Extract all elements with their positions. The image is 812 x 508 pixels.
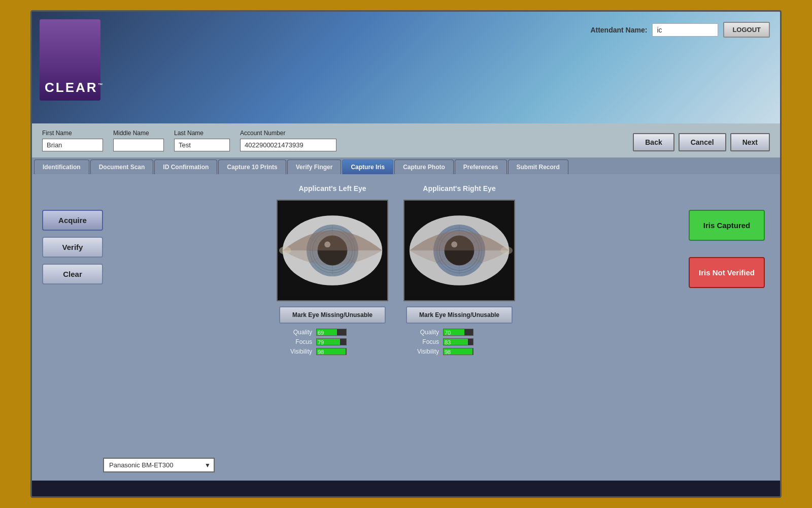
scanner-select[interactable]: Panasonic BM-ET300 LG IrisAccess 3000 Ir… (103, 458, 215, 472)
nav-buttons: Back Cancel Next (633, 133, 770, 151)
left-eye-title: Applicant's Left Eye (298, 184, 366, 193)
right-status-panel: Iris Captured Iris Not Verified (689, 184, 770, 443)
form-area: First Name Middle Name Last Name Account… (32, 123, 780, 157)
first-name-label: First Name (42, 130, 103, 137)
app-frame: CLEAR™ Attendant Name: LOGOUT First Name… (30, 10, 782, 498)
tab-capture-10-prints[interactable]: Capture 10 Prints (218, 160, 286, 174)
left-focus-row: Focus 79 (279, 338, 386, 345)
iris-not-verified-status: Iris Not Verified (689, 257, 765, 288)
left-visibility-bar: 98 (316, 348, 347, 355)
right-eye-panel: Applicant's Right Eye (403, 184, 515, 443)
account-number-group: Account Number (240, 130, 336, 151)
middle-name-label: Middle Name (113, 130, 164, 137)
logo-word: CLEAR (45, 80, 98, 95)
left-panel: Acquire Verify Clear (42, 184, 103, 443)
tab-identification[interactable]: Identification (34, 160, 89, 174)
right-eye-mark-button[interactable]: Mark Eye Missing/Unusable (406, 306, 513, 324)
right-eye-quality-section: Quality 70 Focus 83 Vi (406, 329, 513, 355)
right-visibility-label: Visibility (406, 348, 439, 355)
back-button[interactable]: Back (633, 133, 674, 151)
main-content: Acquire Verify Clear Applicant's Left Ey… (32, 174, 780, 454)
middle-name-input[interactable] (113, 139, 164, 151)
right-focus-row: Focus 83 (406, 338, 513, 345)
left-visibility-value: 98 (318, 348, 324, 356)
left-quality-bar: 69 (316, 329, 347, 336)
left-focus-value: 79 (318, 339, 324, 346)
iris-captured-status: Iris Captured (689, 210, 765, 241)
acquire-button[interactable]: Acquire (42, 210, 103, 231)
right-visibility-row: Visibility 98 (406, 348, 513, 355)
last-name-input[interactable] (174, 139, 230, 151)
logo-tm: ™ (98, 82, 105, 88)
right-quality-row: Quality 70 (406, 329, 513, 336)
svg-point-14 (279, 246, 291, 255)
left-focus-label: Focus (279, 338, 312, 345)
clear-button[interactable]: Clear (42, 264, 103, 284)
left-quality-row: Quality 69 (279, 329, 386, 336)
cancel-button[interactable]: Cancel (679, 133, 726, 151)
account-number-label: Account Number (240, 130, 336, 137)
right-focus-value: 83 (445, 339, 451, 346)
right-visibility-value: 98 (445, 348, 451, 356)
right-focus-bar: 83 (443, 338, 473, 345)
logo-box: CLEAR™ (40, 19, 100, 101)
right-quality-label: Quality (406, 329, 439, 336)
last-name-group: Last Name (174, 130, 230, 151)
left-eye-panel: Applicant's Left Eye (277, 184, 388, 443)
right-eye-title: Applicant's Right Eye (423, 184, 495, 193)
right-eye-image (403, 200, 515, 301)
account-number-input[interactable] (240, 139, 336, 151)
right-focus-label: Focus (406, 338, 439, 345)
first-name-group: First Name (42, 130, 103, 151)
right-visibility-bar: 98 (443, 348, 473, 355)
attendant-label: Attendant Name: (590, 26, 647, 34)
logo-text: CLEAR™ (45, 80, 105, 96)
middle-name-group: Middle Name (113, 130, 164, 151)
tab-capture-iris[interactable]: Capture Iris (342, 160, 393, 174)
bottom-bar: Panasonic BM-ET300 LG IrisAccess 3000 Ir… (32, 454, 780, 481)
tab-capture-photo[interactable]: Capture Photo (394, 160, 454, 174)
left-focus-bar: 79 (316, 338, 347, 345)
next-button[interactable]: Next (730, 133, 770, 151)
eyes-container: Applicant's Left Eye (113, 184, 679, 443)
left-eye-image (277, 200, 388, 301)
right-eye-svg (404, 200, 514, 301)
tab-submit-record[interactable]: Submit Record (508, 160, 568, 174)
first-name-input[interactable] (42, 139, 103, 151)
left-visibility-row: Visibility 98 (279, 348, 386, 355)
left-visibility-label: Visibility (279, 348, 312, 355)
logout-button[interactable]: LOGOUT (723, 22, 770, 38)
tab-id-confirmation[interactable]: ID Confirmation (154, 160, 217, 174)
attendant-area: Attendant Name: LOGOUT (590, 22, 770, 38)
verify-button[interactable]: Verify (42, 237, 103, 258)
left-eye-mark-button[interactable]: Mark Eye Missing/Unusable (279, 306, 386, 324)
svg-point-29 (500, 246, 513, 255)
tab-document-scan[interactable]: Document Scan (90, 160, 154, 174)
scanner-select-wrapper: Panasonic BM-ET300 LG IrisAccess 3000 Ir… (103, 458, 215, 472)
right-quality-value: 70 (445, 329, 451, 336)
left-quality-label: Quality (279, 329, 312, 336)
tab-preferences[interactable]: Preferences (455, 160, 507, 174)
tabs-bar: Identification Document Scan ID Confirma… (32, 157, 780, 174)
left-eye-svg (278, 200, 387, 301)
attendant-input[interactable] (652, 23, 718, 37)
left-eye-quality-section: Quality 69 Focus 79 Vi (279, 329, 386, 355)
left-quality-value: 69 (318, 329, 324, 336)
last-name-label: Last Name (174, 130, 230, 137)
header-area: CLEAR™ Attendant Name: LOGOUT (32, 12, 780, 123)
tab-verify-finger[interactable]: Verify Finger (287, 160, 342, 174)
right-quality-bar: 70 (443, 329, 473, 336)
